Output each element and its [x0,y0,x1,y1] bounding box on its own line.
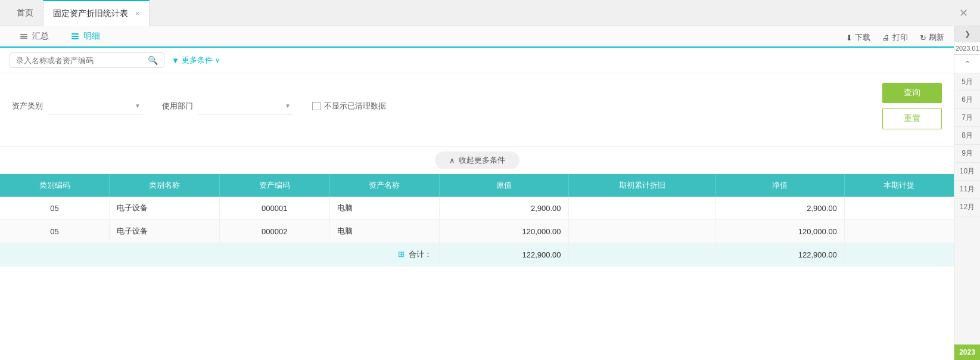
download-button[interactable]: ⬇ 下载 [846,32,870,43]
cell-category-code: 05 [0,197,110,220]
sidebar-month-item[interactable]: 12月 [954,198,980,216]
refresh-label: 刷新 [929,32,944,43]
refresh-button[interactable]: ↻ 刷新 [920,32,944,43]
download-label: 下载 [855,32,870,43]
print-label: 打印 [892,32,908,43]
search-wrapper: 🔍 [10,52,164,68]
cell-asset-code: 000001 [219,197,329,220]
cell-net-value: 2,900.00 [715,197,844,220]
chevron-right-icon: ❯ [965,30,970,38]
table-header-row: 类别编码 类别名称 资产编码 资产名称 原值 期初累计折旧 净值 本期计提 [0,174,954,197]
hide-cleared-field: 不显示已清理数据 [312,101,386,111]
tab-detail[interactable]: 明细 [61,26,110,48]
sidebar-month-item[interactable]: 8月 [954,127,980,145]
collapse-up-icon: ∧ [449,156,455,165]
collapse-label: 收起更多条件 [459,155,505,166]
filter-icon: ▼ [172,56,179,65]
svg-rect-5 [71,38,79,39]
reset-button[interactable]: 重置 [882,108,942,129]
layers-icon [19,32,29,41]
left-panel: 汇总 明细 ⬇ 下载 [0,26,954,360]
tab-summary-label: 汇总 [32,31,49,42]
department-arrow-icon: ▼ [285,103,291,109]
cell-current-depreciation [844,220,954,243]
collapse-button[interactable]: ∧ 收起更多条件 [435,151,519,169]
cell-asset-code: 000002 [219,220,329,243]
year-badge[interactable]: 2023 [954,345,980,360]
asset-category-label: 资产类别 [12,101,43,111]
sidebar-month-item[interactable]: 9月 [954,145,980,163]
cell-category-name: 电子设备 [110,197,220,220]
cell-current-depreciation [844,197,954,220]
print-button[interactable]: 🖨 打印 [882,32,908,43]
svg-rect-3 [71,33,79,35]
table-row: 05 电子设备 000001 电脑 2,900.00 2,900.00 [0,197,954,220]
tab-active-label: 固定资产折旧统计表 [53,8,128,19]
tab-home[interactable]: 首页 [7,0,43,26]
col-original-value: 原值 [440,174,568,197]
table-row: 05 电子设备 000002 电脑 120,000.00 120,000.00 [0,220,954,243]
filter-chevron-icon: ∨ [215,57,220,64]
tab-detail-label: 明细 [83,31,100,42]
cell-net-value: 120,000.00 [715,220,844,243]
cell-category-name: 电子设备 [110,220,220,243]
month-list: 5月6月7月8月9月10月11月12月 [954,73,980,216]
search-bar: 🔍 ▼ 更多条件 ∨ [0,48,954,73]
tab-bar: 首页 固定资产折旧统计表 × ✕ [0,0,980,26]
filter-more-label: 更多条件 [182,55,213,66]
total-accumulated-depreciation [568,243,715,266]
col-asset-name: 资产名称 [329,174,440,197]
search-icon[interactable]: 🔍 [148,55,158,65]
col-net-value: 净值 [715,174,844,197]
refresh-icon: ↻ [920,33,926,42]
tab-active[interactable]: 固定资产折旧统计表 × [43,0,150,26]
cell-accumulated-depreciation [568,220,715,243]
filter-more-button[interactable]: ▼ 更多条件 ∨ [172,55,220,66]
scroll-up-button[interactable]: ⌃ [954,55,980,73]
col-current-depreciation: 本期计提 [844,174,954,197]
sidebar-month-item[interactable]: 11月 [954,181,980,198]
hide-cleared-label: 不显示已清理数据 [324,101,386,111]
tab-close-icon[interactable]: × [135,10,139,18]
col-category-name: 类别名称 [110,174,220,197]
department-label: 使用部门 [162,101,193,111]
asset-category-select[interactable]: ▼ [48,98,143,114]
action-buttons: 查询 重置 [882,83,942,129]
cell-asset-name: 电脑 [329,220,440,243]
total-current-depreciation [844,243,954,266]
scroll-up-icon: ⌃ [965,60,970,68]
list-icon [70,32,80,41]
total-original-value: 122,900.00 [440,243,568,266]
table-wrapper: 类别编码 类别名称 资产编码 资产名称 原值 期初累计折旧 净值 本期计提 05… [0,174,954,360]
window-close-button[interactable]: ✕ [954,4,973,22]
data-table: 类别编码 类别名称 资产编码 资产名称 原值 期初累计折旧 净值 本期计提 05… [0,174,954,266]
col-category-code: 类别编码 [0,174,110,197]
search-input[interactable] [16,56,148,65]
sidebar-month-item[interactable]: 10月 [954,163,980,181]
sidebar-expand-button[interactable]: ❯ [954,26,980,42]
hide-cleared-checkbox[interactable] [312,102,321,110]
asset-category-arrow-icon: ▼ [135,103,141,109]
svg-rect-1 [20,36,27,37]
cell-original-value: 2,900.00 [440,197,568,220]
cell-category-code: 05 [0,220,110,243]
tab-summary[interactable]: 汇总 [10,26,58,48]
calc-icon: ⊞ [398,250,405,259]
department-field: 使用部门 ▼ [162,98,293,114]
table-total-row: ⊞ 合计： 122,900.00 122,900.00 [0,243,954,266]
sidebar-month-item[interactable]: 5月 [954,73,980,91]
right-sidebar: ❯ 2023.01 ⌃ 5月6月7月8月9月10月11月12月 2023 [954,26,980,360]
department-select[interactable]: ▼ [198,98,293,114]
print-icon: 🖨 [882,33,890,42]
svg-rect-2 [20,34,27,35]
date-display: 2023.01 [954,42,980,55]
sidebar-month-item[interactable]: 6月 [954,91,980,109]
col-accumulated-depreciation: 期初累计折旧 [568,174,715,197]
filter-panel: 资产类别 ▼ 使用部门 ▼ 不显示已清理数据 [0,73,954,147]
query-button[interactable]: 查询 [882,83,942,103]
col-asset-code: 资产编码 [219,174,329,197]
total-net-value: 122,900.00 [715,243,844,266]
svg-rect-0 [20,38,27,39]
cell-accumulated-depreciation [568,197,715,220]
sidebar-month-item[interactable]: 7月 [954,109,980,127]
